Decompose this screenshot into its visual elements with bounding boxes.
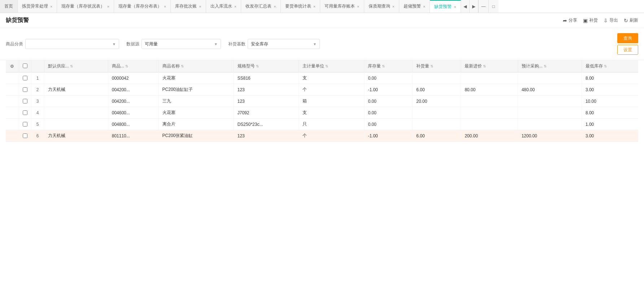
th-spec[interactable]: 规格型号 ⇅ [234,60,299,72]
row-min-stock-5: 3.00 [582,130,638,142]
table-row: 6 力天机械 801110... PC200张紧油缸 123 个 -1.00 6… [6,130,638,142]
header-actions: ➦ 分享 ▣ 补货 ⇩ 导出 ↻ 刷新 [563,17,638,23]
row-estimated-purchase-5: 1200.00 [518,130,582,142]
replenish-action[interactable]: ▣ 补货 [583,17,598,23]
row-checkbox-1[interactable] [23,87,27,92]
tab-prev-button[interactable]: ◀ [461,0,470,13]
datasource-select[interactable]: 可用量 ▼ [142,39,221,49]
replenish-label: 补货基数 [228,41,245,47]
table-row: 5 004800... 离合片 DS250*23c... 只 0.00 1.00 [6,119,638,130]
row-unit-1: 个 [299,84,364,96]
table-body: 1 0000042 火花塞 SS816 支 0.00 8.00 2 力天机械 0… [6,72,638,142]
tab-batch-account[interactable]: 库存批次账 × [171,0,206,13]
th-min-stock[interactable]: 最低库存 ⇅ [582,60,638,72]
settings-button[interactable]: 设置 [617,45,638,55]
row-unit-0: 支 [299,72,364,84]
query-button[interactable]: 查询 [617,33,638,43]
refresh-action[interactable]: ↻ 刷新 [624,17,638,23]
tab-next-button[interactable]: ▶ [470,0,478,13]
tab-overstock[interactable]: 超储预警 × [399,0,430,13]
row-latest-price-5: 200.00 [461,130,518,142]
tab-bar: 首页 拣货异常处理 × 现存量（库存状况表） × 现存量（库存分布表） × 库存… [0,0,644,13]
tab-inventory-status-close[interactable]: × [107,4,109,9]
tab-available-ledger-close[interactable]: × [357,4,359,9]
tab-inventory-status[interactable]: 现存量（库存状况表） × [57,0,114,13]
row-estimated-purchase-0 [518,72,582,84]
row-min-stock-1: 3.00 [582,84,638,96]
th-checkbox [19,60,31,72]
tab-maximize-button[interactable]: □ [488,0,499,13]
select-all-checkbox[interactable] [23,63,27,68]
tab-home[interactable]: 首页 [0,0,18,13]
tab-expiry[interactable]: 保质期查询 × [364,0,399,13]
table-header-row: ⚙ 默认供应... ⇅ 商品... [6,60,638,72]
row-min-stock-2: 10.00 [582,96,638,107]
tab-inout-flow-close[interactable]: × [234,4,236,9]
tab-inventory-dist-close[interactable]: × [164,4,166,9]
datasource-label: 数据源 [126,41,139,47]
tab-inventory-dist[interactable]: 现存量（库存分布表） × [114,0,171,13]
row-product-name-1: PC200油缸缸子 [158,84,234,96]
data-table: ⚙ 默认供应... ⇅ 商品... [6,60,638,142]
th-stock[interactable]: 库存量 ⇅ [364,60,413,72]
row-spec-3: J7092 [234,107,299,119]
row-checkbox-2[interactable] [23,99,27,103]
row-checkbox-5[interactable] [23,133,27,138]
th-num [31,60,44,72]
row-latest-price-4 [461,119,518,130]
row-supplier-4 [44,119,108,130]
tab-collect-send-close[interactable]: × [274,4,276,9]
tab-inout-flow[interactable]: 出入库流水 × [206,0,241,13]
estimated-purchase-sort-icon: ⇅ [544,64,547,68]
replenish-select[interactable]: 安全库存 ▼ [248,39,320,49]
tab-shortage-close[interactable]: × [454,5,456,9]
table-row: 2 力天机械 004200... PC200油缸缸子 123 个 -1.00 6… [6,84,638,96]
row-stock-0: 0.00 [364,72,413,84]
tab-abnormal-close[interactable]: × [50,4,52,9]
tab-collect-send[interactable]: 收发存汇总表 × [241,0,280,13]
th-supplier[interactable]: 默认供应... ⇅ [44,60,108,72]
th-product-name[interactable]: 商品名称 ⇅ [158,60,234,72]
tab-overstock-close[interactable]: × [423,4,425,9]
filter-actions: 查询 设置 [617,33,638,55]
row-num-4: 5 [31,119,44,130]
export-icon: ⇩ [604,18,608,23]
row-checkbox-0[interactable] [23,76,27,80]
row-checkbox-cell-4 [19,119,31,130]
tab-order-stat-close[interactable]: × [313,4,316,9]
row-num-0: 1 [31,72,44,84]
replenish-filter-group: 补货基数 安全库存 ▼ [228,39,320,49]
product-name-sort-icon: ⇅ [181,64,184,68]
th-unit[interactable]: 主计量单位 ⇅ [299,60,364,72]
tab-abnormal[interactable]: 拣货异常处理 × [18,0,57,13]
tab-batch-account-close[interactable]: × [199,4,201,9]
row-checkbox-4[interactable] [23,122,27,127]
row-replenish-qty-0 [413,72,461,84]
export-action[interactable]: ⇩ 导出 [604,17,618,23]
tab-order-stat[interactable]: 要货单统计表 × [281,0,320,13]
row-product-code-3: 004600... [108,107,158,119]
th-latest-price[interactable]: 最新进价 ⇅ [461,60,518,72]
category-select[interactable]: ▼ [25,39,119,49]
row-spec-2: 123 [234,96,299,107]
row-product-code-5: 801110... [108,130,158,142]
share-action[interactable]: ➦ 分享 [563,17,577,23]
replenish-icon: ▣ [583,18,588,23]
gear-icon[interactable]: ⚙ [10,64,14,69]
tab-shortage[interactable]: 缺货预警 × [430,0,461,13]
row-product-name-4: 离合片 [158,119,234,130]
th-product-code[interactable]: 商品... ⇅ [108,60,158,72]
tab-available-ledger[interactable]: 可用量库存账本 × [320,0,364,13]
row-spec-4: DS250*23c... [234,119,299,130]
replenish-select-arrow: ▼ [313,42,317,46]
tab-minimize-button[interactable]: — [478,0,488,13]
row-num-5: 6 [31,130,44,142]
row-estimated-purchase-1: 480.00 [518,84,582,96]
tab-expiry-close[interactable]: × [392,4,395,9]
th-settings[interactable]: ⚙ [6,60,19,72]
row-checkbox-3[interactable] [23,110,27,115]
row-stock-3: 0.00 [364,107,413,119]
row-num-1: 2 [31,84,44,96]
th-estimated-purchase[interactable]: 预计采购... ⇅ [518,60,582,72]
th-replenish-qty[interactable]: 补货量 ⇅ [413,60,461,72]
